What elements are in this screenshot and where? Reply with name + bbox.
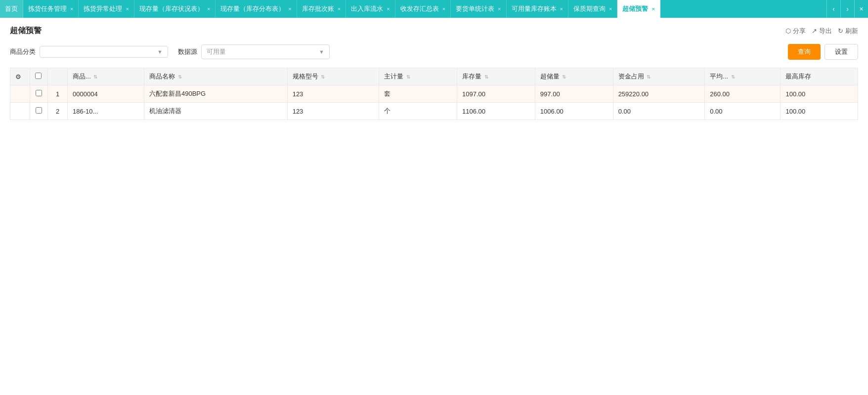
col-overstock-label: 超储量 (540, 73, 560, 80)
nav-in-out-flow[interactable]: 出入库流水 × (346, 0, 395, 18)
nav-exception[interactable]: 拣货异常处理 × (79, 0, 134, 18)
nav-prev-arrow[interactable]: ‹ (826, 0, 840, 18)
row-unit-1: 个 (379, 103, 457, 120)
nav-order-stats-close[interactable]: × (498, 6, 501, 12)
nav-stock-dist-close[interactable]: × (288, 6, 291, 12)
nav-available-account-label: 可用量库存账本 (512, 4, 557, 13)
row-capital-0: 259220.00 (613, 85, 705, 103)
row-checkbox-cell-1 (30, 103, 48, 120)
nav-collect-summary[interactable]: 收发存汇总表 × (395, 0, 451, 18)
col-average[interactable]: 平均... ⇅ (705, 68, 781, 85)
row-spec-1: 123 (287, 103, 379, 120)
col-overstock[interactable]: 超储量 ⇅ (535, 68, 613, 85)
col-unit-label: 主计量 (384, 73, 403, 80)
datasource-label: 数据源 (178, 47, 197, 56)
nav-task-mgmt[interactable]: 拣货任务管理 × (23, 0, 79, 18)
export-button[interactable]: ↗ 导出 (812, 27, 832, 36)
nav-quality-check[interactable]: 保质期查询 × (568, 0, 617, 18)
col-product-name-sort[interactable]: ⇅ (178, 74, 182, 79)
table-row[interactable]: 1 0000004 六配套新昌490BPG 123 套 1097.00 997.… (10, 85, 858, 103)
export-label: 导出 (819, 27, 832, 36)
row-product-code-1: 186-10... (68, 103, 144, 120)
action-buttons: 查询 设置 (788, 44, 858, 60)
nav-in-out-flow-label: 出入库流水 (351, 4, 383, 13)
nav-quality-check-close[interactable]: × (609, 6, 612, 12)
nav-in-out-flow-close[interactable]: × (387, 6, 390, 12)
row-overstock-1: 1006.00 (535, 103, 613, 120)
col-capital[interactable]: 资金占用 ⇅ (613, 68, 705, 85)
nav-available-account[interactable]: 可用量库存账本 × (507, 0, 568, 18)
nav-home[interactable]: 首页 (0, 0, 23, 18)
col-product-code[interactable]: 商品... ⇅ (68, 68, 144, 85)
nav-home-label: 首页 (5, 4, 18, 13)
nav-stock-dist-label: 现存量（库存分布表） (220, 4, 285, 13)
col-unit-sort[interactable]: ⇅ (406, 74, 410, 79)
col-max-stock-label: 最高库存 (785, 73, 811, 80)
row-unit-0: 套 (379, 85, 457, 103)
col-stock-sort[interactable]: ⇅ (484, 74, 488, 79)
row-num-0: 1 (48, 85, 68, 103)
nav-overstock[interactable]: 超储预警 × (617, 0, 660, 18)
datasource-value: 可用量 (207, 47, 226, 56)
col-product-name-label: 商品名称 (149, 73, 175, 80)
row-max-stock-0: 100.00 (781, 85, 858, 103)
nav-exception-label: 拣货异常处理 (84, 4, 122, 13)
share-icon: ⬡ (785, 27, 791, 35)
row-gear-0[interactable] (10, 85, 30, 103)
col-spec[interactable]: 规格型号 ⇅ (287, 68, 379, 85)
refresh-icon: ↻ (838, 27, 843, 35)
row-stock-1: 1106.00 (457, 103, 535, 120)
nav-stock-dist[interactable]: 现存量（库存分布表） × (216, 0, 297, 18)
nav-overstock-close[interactable]: × (651, 6, 654, 12)
nav-stock-status-close[interactable]: × (207, 6, 210, 12)
select-all-checkbox[interactable] (35, 73, 42, 79)
row-average-0: 260.00 (705, 85, 781, 103)
col-capital-sort[interactable]: ⇅ (647, 74, 651, 79)
filter-row: 商品分类 ▼ 数据源 可用量 ▼ 查询 设置 (10, 44, 858, 60)
col-overstock-sort[interactable]: ⇅ (562, 74, 566, 79)
refresh-label: 刷新 (845, 27, 858, 36)
nav-available-account-close[interactable]: × (560, 6, 563, 12)
refresh-button[interactable]: ↻ 刷新 (838, 27, 858, 36)
nav-overstock-label: 超储预警 (622, 4, 648, 13)
nav-collect-summary-label: 收发存汇总表 (400, 4, 439, 13)
category-filter: 商品分类 ▼ (10, 46, 168, 58)
col-max-stock[interactable]: 最高库存 (781, 68, 858, 85)
nav-order-stats-label: 要货单统计表 (456, 4, 494, 13)
query-button[interactable]: 查询 (788, 44, 821, 60)
category-select[interactable]: ▼ (40, 46, 168, 58)
col-stock[interactable]: 库存量 ⇅ (457, 68, 535, 85)
datasource-select[interactable]: 可用量 ▼ (201, 44, 330, 59)
nav-stock-status[interactable]: 现存量（库存状况表） × (134, 0, 216, 18)
row-checkbox-0[interactable] (36, 90, 42, 96)
nav-collect-summary-close[interactable]: × (442, 6, 445, 12)
table-row[interactable]: 2 186-10... 机油滤清器 123 个 1106.00 1006.00 … (10, 103, 858, 120)
nav-order-stats[interactable]: 要货单统计表 × (451, 0, 506, 18)
nav-batch-account[interactable]: 库存批次账 × (297, 0, 346, 18)
col-gear[interactable]: ⚙ (10, 68, 30, 85)
datasource-chevron-icon: ▼ (319, 49, 324, 55)
row-overstock-0: 997.00 (535, 85, 613, 103)
row-checkbox-1[interactable] (36, 107, 42, 114)
nav-next-arrow[interactable]: › (840, 0, 854, 18)
nav-stock-status-label: 现存量（库存状况表） (139, 4, 204, 13)
col-spec-sort[interactable]: ⇅ (321, 74, 325, 79)
row-gear-1[interactable] (10, 103, 30, 120)
nav-batch-account-close[interactable]: × (338, 6, 341, 12)
col-product-code-sort[interactable]: ⇅ (93, 74, 97, 79)
share-button[interactable]: ⬡ 分享 (785, 27, 806, 36)
category-chevron-icon: ▼ (157, 49, 163, 55)
col-average-sort[interactable]: ⇅ (731, 74, 735, 79)
col-row-num (48, 68, 68, 85)
settings-button[interactable]: 设置 (825, 44, 858, 60)
row-product-name-1: 机油滤清器 (144, 103, 288, 120)
col-product-name[interactable]: 商品名称 ⇅ (144, 68, 288, 85)
nav-task-mgmt-label: 拣货任务管理 (28, 4, 67, 13)
nav-close-all-arrow[interactable]: × (854, 0, 868, 18)
nav-task-mgmt-close[interactable]: × (70, 6, 73, 12)
col-unit[interactable]: 主计量 ⇅ (379, 68, 457, 85)
row-product-code-0: 0000004 (68, 85, 144, 103)
nav-exception-close[interactable]: × (126, 6, 129, 12)
col-capital-label: 资金占用 (618, 73, 644, 80)
row-capital-1: 0.00 (613, 103, 705, 120)
